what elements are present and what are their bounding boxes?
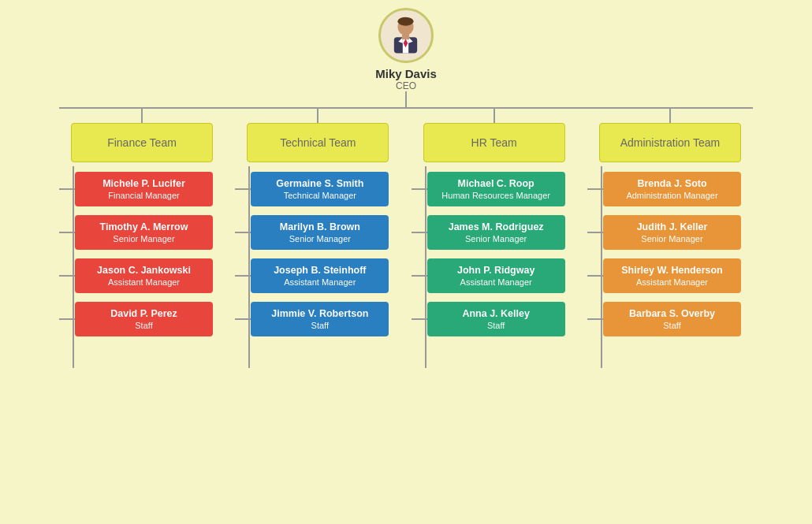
finance-member-card-1: Timothy A. MerrowSenior Manager	[75, 215, 213, 250]
member-title: Assistant Manager	[611, 277, 733, 287]
list-item: Michele P. LuciferFinancial Manager	[59, 169, 225, 210]
list-item: John P. RidgwayAssistant Manager	[412, 255, 577, 296]
finance-members: Michele P. LuciferFinancial ManagerTimot…	[59, 166, 225, 342]
technical-v-connector	[317, 109, 318, 123]
member-title: Senior Manager	[83, 234, 205, 243]
member-title: Staff	[611, 321, 733, 330]
member-title: Technical Manager	[259, 191, 381, 200]
column-administration: Administration TeamBrenda J. SotoAdminis…	[587, 109, 753, 342]
member-title: Staff	[83, 321, 205, 330]
technical-member-card-3: Jimmie V. RobertsonStaff	[251, 302, 389, 336]
hr-members: Michael C. RoopHuman Resources ManagerJa…	[412, 166, 577, 342]
administration-members: Brenda J. SotoAdministration ManagerJudi…	[587, 166, 753, 342]
list-item: Anna J. KelleyStaff	[412, 299, 577, 340]
list-item: David P. PerezStaff	[59, 299, 225, 340]
finance-v-connector	[141, 109, 143, 123]
svg-rect-7	[402, 33, 409, 39]
list-item: Joseph B. SteinhoffAssistant Manager	[235, 255, 400, 296]
finance-bracket-v	[73, 166, 74, 368]
list-item: Marilyn B. BrownSenior Manager	[235, 212, 400, 253]
finance-team-label: Finance Team	[107, 136, 177, 149]
member-name: Joseph B. Steinhoff	[259, 265, 381, 276]
hr-team-header: HR Team	[423, 123, 565, 162]
technical-member-card-0: Germaine S. SmithTechnical Manager	[251, 172, 389, 206]
finance-member-card-3: David P. PerezStaff	[75, 302, 213, 336]
member-name: James M. Rodriguez	[435, 221, 557, 232]
list-item: Judith J. KellerSenior Manager	[587, 212, 753, 253]
administration-team-label: Administration Team	[620, 136, 721, 149]
list-item: Germaine S. SmithTechnical Manager	[235, 169, 400, 210]
member-name: Barbara S. Overby	[611, 308, 733, 319]
list-item: Jimmie V. RobertsonStaff	[235, 299, 400, 340]
hr-member-card-0: Michael C. RoopHuman Resources Manager	[427, 172, 565, 206]
hr-team-label: HR Team	[471, 136, 517, 149]
hr-member-card-1: James M. RodriguezSenior Manager	[427, 215, 565, 250]
ceo-name: Miky Davis	[375, 67, 437, 80]
member-title: Senior Manager	[435, 234, 557, 243]
column-finance: Finance TeamMichele P. LuciferFinancial …	[59, 109, 225, 342]
list-item: Shirley W. HendersonAssistant Manager	[587, 255, 753, 296]
member-name: Brenda J. Soto	[611, 178, 733, 189]
member-title: Staff	[259, 321, 381, 330]
list-item: Jason C. JankowskiAssistant Manager	[59, 255, 225, 296]
member-name: John P. Ridgway	[435, 265, 557, 276]
technical-member-card-1: Marilyn B. BrownSenior Manager	[251, 215, 389, 250]
administration-member-card-1: Judith J. KellerSenior Manager	[603, 215, 741, 250]
member-name: Jimmie V. Robertson	[259, 308, 381, 319]
administration-member-card-0: Brenda J. SotoAdministration Manager	[603, 172, 741, 206]
finance-member-card-2: Jason C. JankowskiAssistant Manager	[75, 258, 213, 293]
member-name: Jason C. Jankowski	[83, 265, 205, 276]
administration-member-card-3: Barbara S. OverbyStaff	[603, 302, 741, 336]
member-title: Administration Manager	[611, 191, 733, 200]
member-name: Michael C. Roop	[435, 178, 557, 189]
member-title: Senior Manager	[611, 234, 733, 243]
column-hr: HR TeamMichael C. RoopHuman Resources Ma…	[412, 109, 577, 342]
member-name: Judith J. Keller	[611, 221, 733, 232]
member-name: Michele P. Lucifer	[83, 178, 205, 189]
technical-member-card-2: Joseph B. SteinhoffAssistant Manager	[251, 258, 389, 293]
administration-team-header: Administration Team	[599, 123, 741, 162]
list-item: Brenda J. SotoAdministration Manager	[587, 169, 753, 210]
hr-member-card-3: Anna J. KelleyStaff	[427, 302, 565, 336]
ceo-avatar	[378, 8, 434, 63]
member-title: Assistant Manager	[259, 277, 381, 287]
list-item: Barbara S. OverbyStaff	[587, 299, 753, 340]
administration-v-connector	[669, 109, 671, 123]
technical-bracket-v	[248, 166, 250, 368]
list-item: Timothy A. MerrowSenior Manager	[59, 212, 225, 253]
svg-point-1	[398, 17, 414, 25]
administration-member-card-2: Shirley W. HendersonAssistant Manager	[603, 258, 741, 293]
member-name: Shirley W. Henderson	[611, 265, 733, 276]
member-name: David P. Perez	[83, 308, 205, 319]
list-item: James M. RodriguezSenior Manager	[412, 212, 577, 253]
ceo-connector-v	[405, 91, 407, 107]
technical-team-label: Technical Team	[280, 136, 356, 149]
administration-bracket-v	[601, 166, 602, 368]
technical-members: Germaine S. SmithTechnical ManagerMarily…	[235, 166, 400, 342]
member-name: Germaine S. Smith	[259, 178, 381, 189]
member-name: Anna J. Kelley	[435, 308, 557, 319]
ceo-section: Miky Davis CEO	[375, 8, 437, 91]
technical-team-header: Technical Team	[247, 123, 389, 162]
member-title: Staff	[435, 321, 557, 330]
member-title: Financial Manager	[83, 191, 205, 200]
member-name: Marilyn B. Brown	[259, 221, 381, 232]
hr-v-connector	[494, 109, 495, 123]
ceo-title: CEO	[396, 80, 416, 91]
finance-team-header: Finance Team	[71, 123, 213, 162]
columns-container: Finance TeamMichele P. LuciferFinancial …	[59, 109, 753, 342]
hr-bracket-v	[425, 166, 426, 368]
hr-member-card-2: John P. RidgwayAssistant Manager	[427, 258, 565, 293]
member-title: Assistant Manager	[83, 277, 205, 287]
list-item: Michael C. RoopHuman Resources Manager	[412, 169, 577, 210]
org-chart: Miky Davis CEO Finance TeamMichele P. Lu…	[8, 8, 804, 342]
member-title: Senior Manager	[259, 234, 381, 243]
finance-member-card-0: Michele P. LuciferFinancial Manager	[75, 172, 213, 206]
member-title: Assistant Manager	[435, 277, 557, 287]
member-name: Timothy A. Merrow	[83, 221, 205, 232]
column-technical: Technical TeamGermaine S. SmithTechnical…	[235, 109, 400, 342]
member-title: Human Resources Manager	[435, 191, 557, 200]
